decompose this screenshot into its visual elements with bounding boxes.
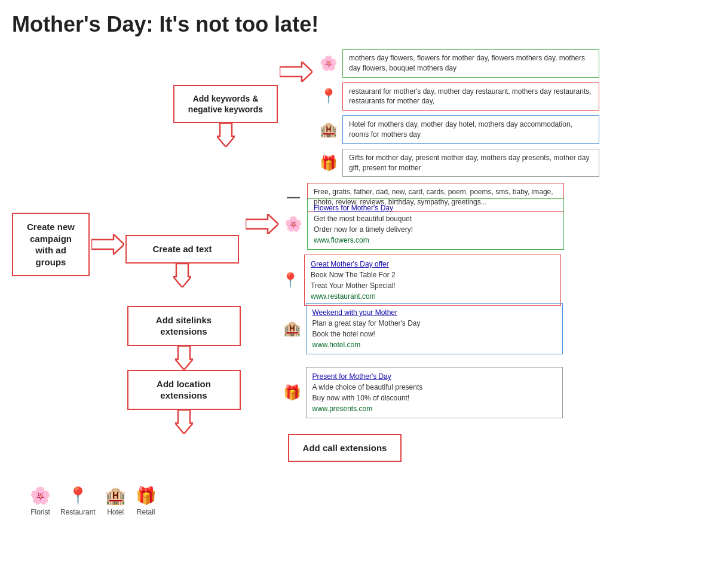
ad-result-hotel: Weekend with your Mother Plan a great st… bbox=[306, 303, 563, 354]
ad-line2-restaurant: Treat Your Mother Special! bbox=[311, 280, 554, 291]
footer-icons: 🌸 Florist 📍 Restaurant 🏨 Hotel 🎁 Retail bbox=[30, 486, 599, 516]
ad-title-restaurant: Great Mother's Day offer bbox=[311, 259, 554, 270]
ad-line2-retail: Buy now with 10% of discount! bbox=[312, 393, 556, 403]
svg-marker-0 bbox=[217, 123, 235, 147]
ad-result-retail: Present for Mother's Day A wide choice o… bbox=[306, 367, 563, 418]
step-add-sitelinks: Add sitelinks extensions bbox=[127, 306, 241, 346]
florist-icon-ad: 🌸 bbox=[284, 216, 302, 232]
ad-title-retail: Present for Mother's Day bbox=[312, 371, 556, 382]
ad-line1-restaurant: Book Now The Table For 2 bbox=[311, 270, 554, 280]
campaign-box: Create new campaign with ad groups bbox=[12, 213, 90, 276]
hotel-icon-ad: 🏨 bbox=[283, 320, 301, 337]
footer-retail: 🎁 Retail bbox=[136, 486, 157, 516]
footer-hotel-icon: 🏨 bbox=[105, 486, 126, 506]
retail-icon-ad: 🎁 bbox=[283, 384, 301, 401]
footer-hotel-label: Hotel bbox=[107, 508, 124, 516]
footer-retail-icon: 🎁 bbox=[136, 486, 157, 506]
footer-retail-label: Retail bbox=[137, 508, 155, 516]
keyword-row-retail: 🎁 Gifts for mother day, present mother d… bbox=[320, 149, 599, 177]
keyword-entry-florist: mothers day flowers, flowers for mother … bbox=[342, 49, 599, 78]
arrow-down-step3 bbox=[173, 410, 195, 434]
keyword-row-restaurant: 📍 restaurant for mother's day, mother da… bbox=[320, 82, 599, 111]
main-layout: Add keywords & negative keywords 🌸 mo bbox=[12, 49, 705, 516]
keyword-entry-restaurant: restaurant for mother's day, mother day … bbox=[342, 82, 599, 111]
arrow-down-keywords bbox=[215, 123, 237, 147]
keywords-section: Add keywords & negative keywords 🌸 mo bbox=[173, 49, 599, 177]
svg-marker-3 bbox=[173, 264, 191, 287]
ad-line1-florist: Get the most beautiful bouquet bbox=[314, 213, 557, 224]
keyword-entry-hotel: Hotel for mothers day, mother day hotel,… bbox=[342, 115, 599, 144]
footer-restaurant-icon: 📍 bbox=[68, 486, 88, 506]
ad-result-restaurant: Great Mother's Day offer Book Now The Ta… bbox=[304, 255, 561, 306]
ad-title-florist: Flowers for Mother's Day bbox=[314, 203, 557, 213]
ad-url-florist: www.flowers.com bbox=[314, 235, 557, 246]
footer-florist-label: Florist bbox=[30, 508, 50, 516]
keyword-row-florist: 🌸 mothers day flowers, flowers for mothe… bbox=[320, 49, 599, 78]
svg-marker-4 bbox=[246, 214, 278, 234]
step-create-ad-text: Create ad text bbox=[125, 235, 239, 264]
footer-florist: 🌸 Florist bbox=[30, 486, 51, 516]
arrow-right-step1 bbox=[244, 213, 280, 235]
ad-url-hotel: www.hotel.com bbox=[312, 339, 556, 350]
footer-restaurant: 📍 Restaurant bbox=[60, 486, 96, 516]
ad-line2-florist: Order now for a timely delivery! bbox=[314, 224, 557, 235]
keyword-list: 🌸 mothers day flowers, flowers for mothe… bbox=[320, 49, 599, 177]
restaurant-icon-ad: 📍 bbox=[281, 272, 299, 289]
svg-marker-2 bbox=[91, 234, 124, 255]
ad-title-hotel: Weekend with your Mother bbox=[312, 307, 556, 318]
arrow-down-step2 bbox=[173, 346, 195, 370]
svg-marker-1 bbox=[280, 62, 312, 82]
arrow-right-campaign bbox=[90, 234, 125, 255]
keyword-entry-retail: Gifts for mother day, present mother day… bbox=[342, 149, 599, 177]
hotel-icon: 🏨 bbox=[320, 121, 338, 138]
ad-line2-hotel: Book the hotel now! bbox=[312, 329, 556, 339]
steps-column: — Free, gratis, father, dad, new, card, … bbox=[125, 183, 564, 462]
step-add-location: Add location extensions bbox=[127, 370, 241, 410]
retail-icon: 🎁 bbox=[320, 155, 338, 172]
footer-florist-icon: 🌸 bbox=[30, 486, 51, 506]
ad-line1-retail: A wide choice of beautiful presents bbox=[312, 382, 556, 393]
ad-line1-hotel: Plan a great stay for Mother's Day bbox=[312, 318, 556, 329]
ad-url-restaurant: www.restaurant.com bbox=[311, 291, 554, 302]
ad-result-florist: Flowers for Mother's Day Get the most be… bbox=[307, 198, 564, 250]
restaurant-icon: 📍 bbox=[320, 88, 338, 105]
page-title: Mother's Day: It's not too late! bbox=[12, 12, 705, 37]
footer-hotel: 🏨 Hotel bbox=[105, 486, 126, 516]
ad-url-retail: www.presents.com bbox=[312, 403, 556, 414]
florist-icon: 🌸 bbox=[320, 55, 338, 72]
keywords-box: Add keywords & negative keywords bbox=[173, 85, 278, 123]
svg-marker-6 bbox=[175, 410, 193, 434]
arrow-down-step1 bbox=[171, 264, 193, 287]
footer-restaurant-label: Restaurant bbox=[60, 508, 96, 516]
step-add-call: Add call extensions bbox=[288, 434, 402, 463]
keyword-row-hotel: 🏨 Hotel for mothers day, mother day hote… bbox=[320, 115, 599, 144]
arrow-right-keywords bbox=[278, 61, 314, 82]
svg-marker-5 bbox=[175, 346, 193, 370]
